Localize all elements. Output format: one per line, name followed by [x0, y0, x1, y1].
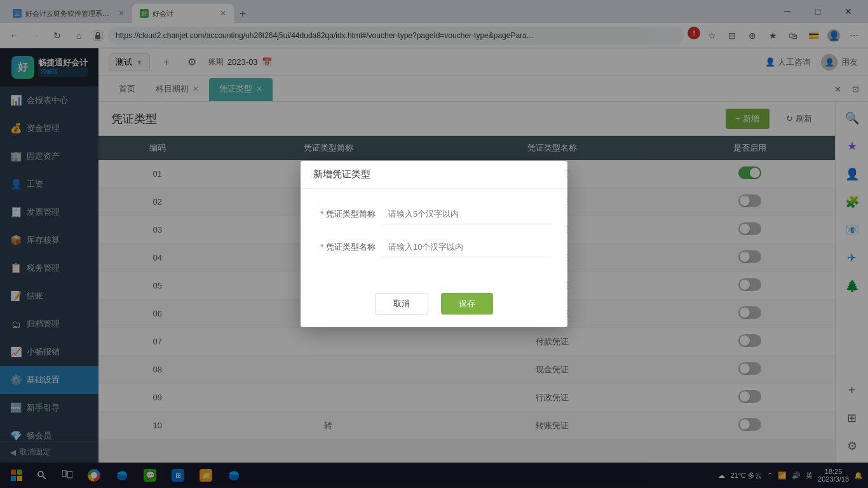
field-name-label: 凭证类型名称 [318, 241, 376, 253]
cancel-button[interactable]: 取消 [375, 293, 428, 315]
modal-title: 新增凭证类型 [313, 168, 370, 180]
modal-dialog: 新增凭证类型 凭证类型简称 凭证类型名称 取消 保存 [301, 161, 567, 327]
modal-footer: 取消 保存 [301, 285, 567, 327]
modal-body: 凭证类型简称 凭证类型名称 [301, 189, 567, 285]
field-short-label: 凭证类型简称 [318, 208, 376, 220]
form-row-name: 凭证类型名称 [318, 237, 550, 257]
modal-header: 新增凭证类型 [301, 161, 567, 189]
save-button[interactable]: 保存 [441, 293, 493, 315]
field-short-input[interactable] [383, 204, 550, 224]
form-row-short: 凭证类型简称 [318, 204, 550, 224]
modal-overlay[interactable]: 新增凭证类型 凭证类型简称 凭证类型名称 取消 保存 [0, 0, 868, 488]
field-name-input[interactable] [383, 237, 550, 257]
